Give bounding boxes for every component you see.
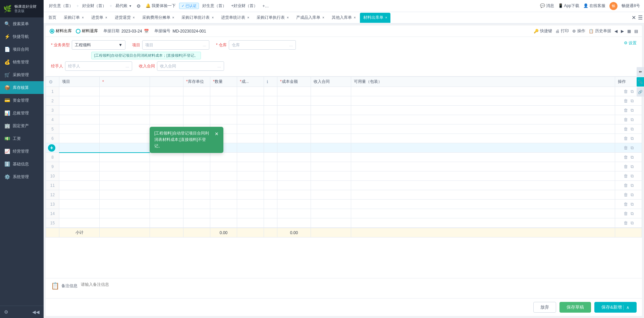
sidebar-item-inventory[interactable]: 📦 库存核算 — [0, 81, 44, 94]
table-cell[interactable] — [311, 87, 351, 96]
settings-bottom-icon[interactable]: ⚙ — [4, 309, 8, 315]
table-cell[interactable] — [264, 200, 277, 209]
table-cell[interactable] — [100, 209, 150, 218]
tab-close-icon[interactable]: × — [322, 16, 324, 19]
tab-incoming-return[interactable]: 进货退货 × — [111, 13, 138, 23]
table-cell[interactable] — [264, 171, 277, 181]
table-cell[interactable] — [237, 190, 264, 200]
table-settings-icon[interactable]: ⚙ — [49, 79, 53, 85]
table-cell[interactable] — [277, 162, 311, 171]
delete-row-icon[interactable]: 🗑 — [622, 220, 629, 226]
table-cell[interactable] — [311, 106, 351, 115]
warehouse-input[interactable]: 仓库 … — [229, 40, 296, 50]
tab-close-active-icon[interactable]: × — [385, 16, 387, 19]
table-cell[interactable] — [210, 209, 237, 218]
copy-row-icon[interactable]: ⧉ — [629, 135, 635, 142]
calendar-icon[interactable]: 📅 — [144, 29, 149, 34]
table-cell[interactable] — [351, 209, 615, 218]
topbar-more[interactable]: +… — [261, 3, 270, 9]
radio-material-out[interactable]: 材料出库 — [50, 28, 72, 34]
delete-row-icon[interactable]: 🗑 — [622, 210, 629, 217]
table-cell[interactable] — [210, 181, 237, 190]
sidebar-item-project[interactable]: 📄 项目合同 — [0, 43, 44, 56]
sidebar-item-finance[interactable]: 💳 资金管理 — [0, 94, 44, 107]
info-icon[interactable]: ℹ — [267, 80, 268, 84]
history-btn[interactable]: 📋 历史单据 — [589, 28, 611, 34]
table-cell[interactable] — [264, 218, 277, 228]
table-cell[interactable] — [150, 200, 183, 209]
delete-row-icon[interactable]: 🗑 — [622, 201, 629, 207]
table-cell[interactable] — [150, 181, 183, 190]
topbar-experience[interactable]: 🔔 我要体验一下 — [144, 2, 177, 9]
tab-bar-close-icon[interactable]: ✕ — [632, 14, 636, 21]
table-cell[interactable] — [59, 87, 100, 96]
table-cell[interactable] — [277, 124, 311, 134]
table-cell[interactable] — [264, 106, 277, 115]
table-cell[interactable] — [100, 218, 150, 228]
tab-purchase-stats[interactable]: 采购订单统计表 × — [178, 13, 217, 23]
table-cell[interactable] — [277, 171, 311, 181]
table-cell[interactable] — [183, 115, 210, 124]
table-cell[interactable] — [150, 106, 183, 115]
tab-close-icon[interactable]: × — [287, 16, 289, 19]
table-cell[interactable] — [277, 143, 311, 153]
copy-row-icon[interactable]: ⧉ — [629, 220, 635, 226]
table-cell[interactable] — [150, 87, 183, 96]
table-cell[interactable] — [59, 115, 100, 124]
copy-row-icon[interactable]: ⧉ — [629, 163, 635, 170]
table-cell[interactable] — [277, 96, 311, 106]
save-new-button[interactable]: 保存&新增 ∧ — [594, 302, 637, 313]
table-cell[interactable] — [100, 124, 150, 134]
table-cell[interactable] — [237, 218, 264, 228]
right-panel-btn2[interactable]: 📎 — [637, 77, 644, 87]
table-cell[interactable] — [100, 162, 150, 171]
business-type-input[interactable]: 工程领料 ▼ — [72, 40, 125, 50]
table-cell[interactable] — [183, 106, 210, 115]
table-cell[interactable] — [311, 200, 351, 209]
table-cell[interactable] — [59, 200, 100, 209]
copy-row-icon[interactable]: ⧉ — [629, 126, 635, 132]
table-cell[interactable] — [100, 115, 150, 124]
tab-purchase-exec[interactable]: 采购订单执行表 × — [253, 13, 292, 23]
sidebar-item-sales[interactable]: 💰 销售管理 — [0, 56, 44, 68]
table-cell[interactable] — [210, 190, 237, 200]
prev-btn[interactable]: ◀ — [614, 29, 618, 34]
table-cell[interactable] — [264, 209, 277, 218]
delete-row-icon[interactable]: 🗑 — [622, 126, 629, 132]
project-input[interactable]: 项目 … — [142, 40, 209, 50]
table-cell[interactable] — [351, 87, 615, 96]
revenue-contract-input[interactable]: 收入合同 … — [157, 61, 224, 71]
table-cell[interactable] — [311, 171, 351, 181]
delete-row-icon[interactable]: 🗑 — [622, 154, 629, 160]
table-cell[interactable] — [183, 218, 210, 228]
table-cell[interactable] — [264, 190, 277, 200]
table-cell[interactable] — [59, 218, 100, 228]
shortcut-btn[interactable]: 🔑 快捷键 — [534, 28, 552, 34]
table-cell[interactable] — [150, 153, 183, 162]
table-cell[interactable] — [210, 162, 237, 171]
table-cell[interactable] — [237, 134, 264, 143]
delete-row-icon[interactable]: 🗑 — [622, 135, 629, 142]
tab-close-icon[interactable]: × — [172, 16, 174, 19]
table-cell[interactable] — [150, 171, 183, 181]
table-cell[interactable] — [183, 200, 210, 209]
tab-close-icon[interactable]: × — [354, 16, 356, 19]
table-cell[interactable] — [264, 96, 277, 106]
tab-close-icon[interactable]: × — [212, 16, 214, 19]
table-cell[interactable] — [264, 115, 277, 124]
topbar-haoshengyi[interactable]: 好生意（首） — [48, 2, 74, 9]
table-cell[interactable] — [237, 181, 264, 190]
copy-row-icon[interactable]: ⧉ — [629, 107, 635, 114]
table-cell[interactable] — [100, 190, 150, 200]
table-cell[interactable] — [150, 115, 183, 124]
topbar-online-service[interactable]: 👤 在线客服 — [583, 3, 605, 9]
table-cell[interactable] — [237, 143, 264, 153]
table-cell[interactable] — [100, 200, 150, 209]
table-cell[interactable] — [59, 134, 100, 143]
table-cell[interactable] — [237, 171, 264, 181]
table-cell[interactable] — [311, 190, 351, 200]
table-cell[interactable] — [264, 143, 277, 153]
delete-row-icon[interactable]: 🗑 — [622, 98, 629, 104]
delete-row-icon[interactable]: 🗑 — [622, 88, 629, 95]
table-cell[interactable] — [237, 115, 264, 124]
